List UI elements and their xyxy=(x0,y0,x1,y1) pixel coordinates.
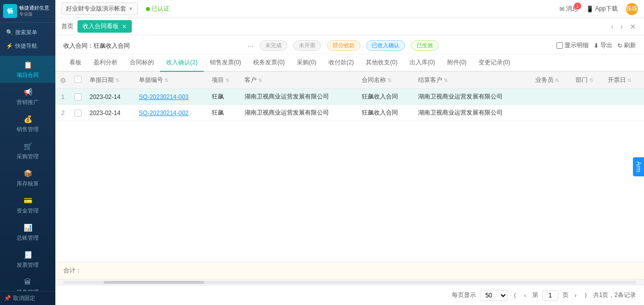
first-page-button[interactable]: ⟨ xyxy=(512,291,518,300)
sort-billno-icon[interactable]: ⇅ xyxy=(165,77,169,83)
logo-text: 畅捷通好生意 xyxy=(19,5,49,11)
tab-tax-invoice[interactable]: 税务发票(0) xyxy=(247,54,291,72)
cell-billno[interactable]: SQ-20230214-003 xyxy=(135,89,208,105)
sort-contract-icon[interactable]: ⇅ xyxy=(387,77,391,83)
export-icon: ⬇ xyxy=(594,42,599,49)
user-avatar[interactable]: 珠珠 xyxy=(626,3,638,15)
sort-dept-icon[interactable]: ⇅ xyxy=(589,77,593,83)
side-note-panel[interactable]: Arm xyxy=(633,157,644,176)
status-incomplete[interactable]: 未完成 xyxy=(260,40,287,51)
search-menu-item[interactable]: 🔍 搜索菜单 xyxy=(4,26,51,39)
column-settings-icon[interactable]: ⚙ xyxy=(60,76,66,84)
page-label: 第 xyxy=(532,291,538,299)
cell-invoice-date xyxy=(604,105,644,121)
inventory-icon: 📦 xyxy=(23,168,33,178)
nav-close-icon[interactable]: ✕ xyxy=(628,22,638,32)
cell-billno[interactable]: SQ-20230214-002 xyxy=(135,105,208,121)
sort-project-icon[interactable]: ⇅ xyxy=(225,77,229,83)
data-table: ⚙ 单据日期⇅ 单据编号⇅ 项目⇅ xyxy=(55,72,644,121)
sidebar-item-marketing[interactable]: 📢 营销推广 xyxy=(0,83,55,110)
pin-footer[interactable]: 📌 取消固定 xyxy=(0,291,55,305)
tab-contract-items[interactable]: 合同标的 xyxy=(124,54,160,72)
main-area: 好业财专业版演示帐套 ▼ 已认证 ✉ 消息 1 📱 App下载 珠珠 xyxy=(55,0,644,305)
scroll-track xyxy=(63,281,636,284)
tab-in-out[interactable]: 出入库(0) xyxy=(404,54,441,72)
last-page-button[interactable]: ⟩ xyxy=(583,291,589,300)
show-detail-label: 显示明细 xyxy=(565,41,589,50)
prev-page-button[interactable]: ‹ xyxy=(522,291,528,300)
status-effective[interactable]: 已生效 xyxy=(411,40,439,51)
next-page-button[interactable]: › xyxy=(573,291,579,300)
nav-tabs-bar: 首页 收入合同看板 ✕ ‹ › ✕ xyxy=(55,18,644,35)
status-confirmed[interactable]: 已收入确认 xyxy=(366,40,405,51)
status-partial[interactable]: 部分收款 xyxy=(327,40,360,51)
sidebar-item-invoice[interactable]: 🧾 发票管理 xyxy=(0,246,55,273)
sidebar-item-inventory[interactable]: 📦 库存核算 xyxy=(0,164,55,191)
refresh-button[interactable]: ↻ 刷新 xyxy=(617,41,636,50)
scroll-thumb[interactable] xyxy=(104,281,204,284)
page-input[interactable] xyxy=(542,290,558,300)
horizontal-scrollbar[interactable] xyxy=(55,279,644,285)
nav-next-icon[interactable]: › xyxy=(618,22,625,32)
marketing-icon: 📢 xyxy=(23,87,33,97)
sidebar-item-funds[interactable]: 💳 资金管理 xyxy=(0,191,55,219)
tab-payments[interactable]: 收付款(2) xyxy=(323,54,360,72)
select-all-checkbox[interactable] xyxy=(74,76,82,83)
tab-kanban[interactable]: 看板 xyxy=(63,54,88,72)
show-detail-checkbox[interactable] xyxy=(556,42,563,49)
nav-tab-contract-board[interactable]: 收入合同看板 ✕ xyxy=(77,20,132,33)
topbar: 好业财专业版演示帐套 ▼ 已认证 ✉ 消息 1 📱 App下载 珠珠 xyxy=(55,0,644,18)
tab-sales-invoice[interactable]: 销售发票(0) xyxy=(204,54,248,72)
app-download-button[interactable]: 📱 App下载 xyxy=(586,5,618,13)
export-button[interactable]: ⬇ 导出 xyxy=(594,41,612,50)
row-checkbox[interactable] xyxy=(74,110,82,117)
tab-purchase[interactable]: 采购(0) xyxy=(291,54,323,72)
sub-tabs: 看板 盈利分析 合同标的 收入确认(2) 销售发票(0) 税务发票(0) 采购(… xyxy=(55,54,644,72)
page-size-select[interactable]: 50 20 100 xyxy=(480,290,508,301)
sort-settle-icon[interactable]: ⇅ xyxy=(444,77,448,83)
sales-icon: 💰 xyxy=(23,114,33,124)
nav-home[interactable]: 首页 xyxy=(61,20,73,33)
tab-profit[interactable]: 盈利分析 xyxy=(88,54,124,72)
sort-invoice-date-icon[interactable]: ⇅ xyxy=(627,77,631,83)
cell-project: 狂飙 xyxy=(208,105,240,121)
status-not-invoiced[interactable]: 未开票 xyxy=(293,40,321,51)
col-header-settle: 结算客户⇅ xyxy=(414,72,531,89)
cell-settle: 湖南卫视商业运营发展有限公司 xyxy=(414,89,531,105)
tab-revenue-confirm[interactable]: 收入确认(2) xyxy=(160,54,204,72)
nav-prev-icon[interactable]: ‹ xyxy=(609,22,616,32)
pin-label: 取消固定 xyxy=(13,294,35,302)
cell-date: 2023-02-14 xyxy=(86,89,135,105)
sort-salesperson-icon[interactable]: ⇅ xyxy=(555,77,559,83)
col-header-contract: 合同名称⇅ xyxy=(358,72,414,89)
sidebar-item-sales[interactable]: 💰 销售管理 xyxy=(0,110,55,137)
sidebar-item-project[interactable]: 📋 项目合同 xyxy=(0,56,55,83)
tab-close-icon[interactable]: ✕ xyxy=(122,23,127,30)
sidebar-item-general[interactable]: 📊 总账管理 xyxy=(0,219,55,246)
tab-other-income[interactable]: 其他收支(0) xyxy=(360,54,404,72)
tab-change-log[interactable]: 变更记录(0) xyxy=(472,54,516,72)
certified-badge: 已认证 xyxy=(146,5,170,13)
sort-date-icon[interactable]: ⇅ xyxy=(115,77,119,83)
table-row[interactable]: 2 2023-02-14 SQ-20230214-002 狂飙 湖南卫视商业运营… xyxy=(55,105,644,121)
table-row[interactable]: 1 2023-02-14 SQ-20230214-003 狂飙 湖南卫视商业运营… xyxy=(55,89,644,105)
certified-dot xyxy=(146,7,150,11)
table-container: ⚙ 单据日期⇅ 单据编号⇅ 项目⇅ xyxy=(55,72,644,262)
sort-customer-icon[interactable]: ⇅ xyxy=(258,77,262,83)
sidebar-item-tax[interactable]: 🏛 税务管理 xyxy=(0,273,55,291)
more-options-icon[interactable]: ··· xyxy=(248,42,254,50)
row-num: 2 xyxy=(55,105,70,121)
row-checkbox[interactable] xyxy=(74,93,82,100)
cell-salesperson xyxy=(531,89,572,105)
show-detail-toggle[interactable]: 显示明细 xyxy=(556,41,589,50)
company-selector[interactable]: 好业财专业版演示帐套 ▼ xyxy=(61,3,138,15)
sidebar-item-purchase[interactable]: 🛒 采购管理 xyxy=(0,137,55,164)
message-button[interactable]: ✉ 消息 1 xyxy=(559,5,578,13)
cell-contract: 狂飙收入合同 xyxy=(358,105,414,121)
quick-nav-item[interactable]: ⚡ 快捷导航 xyxy=(4,39,51,53)
contract-title: 收入合同：狂飙收入合同 xyxy=(63,41,130,50)
tab-attachments[interactable]: 附件(0) xyxy=(441,54,473,72)
side-note-label: Arm xyxy=(635,161,642,172)
contract-prefix: 收入合同： xyxy=(63,42,94,49)
tax-icon: 🏛 xyxy=(23,277,33,287)
